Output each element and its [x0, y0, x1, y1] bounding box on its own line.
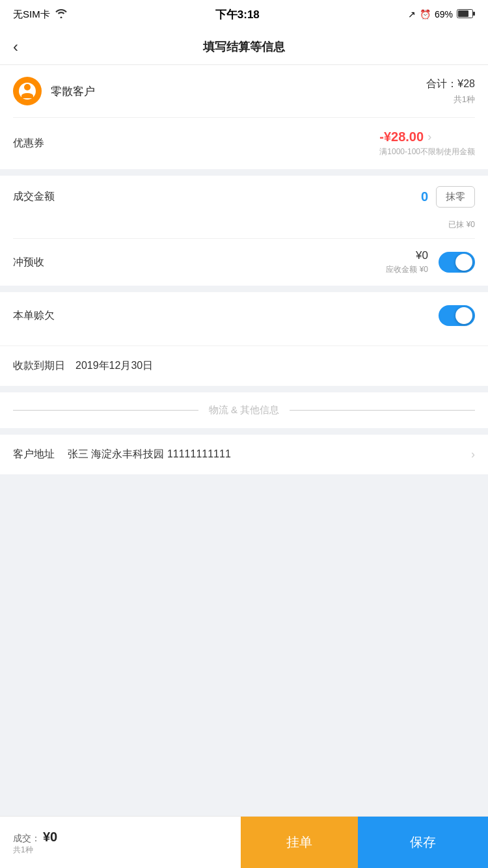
coupon-row[interactable]: 优惠券 -¥28.00 › 满1000-100不限制使用金额	[0, 118, 488, 169]
transaction-sub: 已抹 ¥0	[0, 218, 488, 238]
logistics-divider-left	[13, 410, 198, 411]
avatar	[13, 77, 42, 105]
hold-button[interactable]: 挂单	[241, 817, 358, 869]
bottom-transaction-row: 成交： ¥0	[13, 830, 228, 845]
transaction-section: 成交金额 0 抹零 已抹 ¥0 冲预收 ¥0 应收金额 ¥0	[0, 176, 488, 286]
due-date-row: 收款到期日 2019年12月30日	[0, 346, 488, 386]
avatar-icon	[19, 83, 36, 100]
customer-total-right: 合计：¥28 共1种	[426, 77, 475, 105]
debit-row: 本单赊欠	[0, 292, 488, 339]
toggle-knob	[455, 254, 472, 271]
bottom-count: 共1种	[13, 845, 228, 856]
content: 零散客户 合计：¥28 共1种 优惠券 -¥28.00 › 满1000-100不…	[0, 65, 488, 539]
pre-collect-right: ¥0 应收金额 ¥0	[386, 249, 475, 275]
transaction-row: 成交金额 0 抹零	[0, 176, 488, 218]
wifi-icon	[55, 9, 67, 20]
chevron-right-icon: ›	[427, 130, 431, 144]
location-icon: ↗	[408, 9, 416, 20]
debit-toggle[interactable]	[439, 305, 475, 326]
logistics-header: 物流 & 其他信息	[0, 392, 488, 428]
debit-section: 本单赊欠 收款到期日 2019年12月30日	[0, 292, 488, 386]
bottom-transaction-label: 成交：	[13, 833, 40, 845]
back-button[interactable]: ‹	[13, 38, 18, 56]
transaction-sub-text: 已抹 ¥0	[448, 220, 475, 229]
coupon-discount: -¥28.00	[379, 129, 424, 144]
debit-toggle-knob	[455, 307, 472, 324]
address-row[interactable]: 客户地址 张三 海淀永丰科技园 11111111111 ›	[0, 435, 488, 474]
battery-icon	[457, 9, 475, 20]
transaction-value: 0	[421, 189, 428, 204]
round-down-button[interactable]: 抹零	[436, 186, 475, 208]
pre-amount-sub: 应收金额 ¥0	[386, 264, 428, 275]
save-button[interactable]: 保存	[358, 817, 488, 869]
customer-left: 零散客户	[13, 77, 95, 105]
bottom-bar: 成交： ¥0 共1种 挂单 保存	[0, 816, 488, 868]
bottom-transaction-amount: ¥0	[43, 830, 57, 845]
logistics-divider-right	[290, 410, 475, 411]
due-date-value: 2019年12月30日	[75, 359, 153, 373]
logistics-section: 物流 & 其他信息	[0, 392, 488, 428]
bottom-left: 成交： ¥0 共1种	[0, 830, 241, 856]
customer-section: 零散客户 合计：¥28 共1种 优惠券 -¥28.00 › 满1000-100不…	[0, 65, 488, 169]
nav-bar: ‹ 填写结算等信息	[0, 29, 488, 65]
status-left: 无SIM卡	[13, 8, 67, 21]
transaction-label: 成交金额	[13, 190, 55, 204]
pre-collect-toggle[interactable]	[439, 252, 475, 273]
address-label: 客户地址	[13, 448, 55, 461]
customer-row: 零散客户 合计：¥28 共1种	[0, 65, 488, 117]
total-amount: 合计：¥28	[426, 77, 475, 91]
address-value: 张三 海淀永丰科技园 11111111111	[68, 448, 471, 461]
logistics-title: 物流 & 其他信息	[209, 404, 279, 416]
total-count: 共1种	[426, 94, 475, 105]
coupon-right: -¥28.00 › 满1000-100不限制使用金额	[379, 129, 475, 157]
page-title: 填写结算等信息	[203, 39, 285, 55]
alarm-icon: ⏰	[420, 9, 431, 20]
pre-amount-main: ¥0	[386, 249, 428, 262]
customer-name: 零散客户	[51, 84, 95, 99]
status-right: ↗ ⏰ 69%	[408, 9, 475, 20]
battery-label: 69%	[435, 9, 453, 20]
debit-label: 本单赊欠	[13, 309, 55, 323]
address-chevron-icon: ›	[471, 448, 475, 461]
pre-collect-row: 冲预收 ¥0 应收金额 ¥0	[0, 239, 488, 286]
svg-rect-1	[473, 12, 475, 16]
transaction-right: 0 抹零	[421, 186, 475, 208]
address-section: 客户地址 张三 海淀永丰科技园 11111111111 ›	[0, 435, 488, 474]
coupon-value-row: -¥28.00 ›	[379, 129, 475, 144]
coupon-label: 优惠券	[13, 137, 44, 150]
status-bar: 无SIM卡 下午3:18 ↗ ⏰ 69%	[0, 0, 488, 29]
due-date-label: 收款到期日	[13, 359, 65, 373]
svg-rect-2	[458, 10, 468, 17]
coupon-description: 满1000-100不限制使用金额	[379, 146, 475, 157]
pre-collect-label: 冲预收	[13, 256, 44, 269]
network-label: 无SIM卡	[13, 8, 50, 21]
pre-collect-amounts: ¥0 应收金额 ¥0	[386, 249, 428, 275]
status-time: 下午3:18	[215, 7, 260, 22]
